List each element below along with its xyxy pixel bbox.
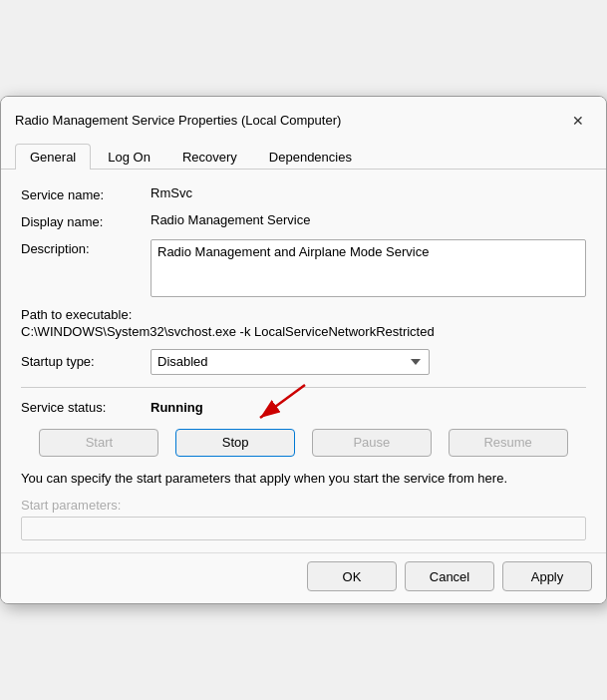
service-status-row: Service status: Running	[21, 400, 586, 415]
startup-label: Startup type:	[21, 354, 151, 369]
stop-button[interactable]: Stop	[175, 429, 295, 457]
display-name-value: Radio Management Service	[151, 212, 310, 227]
display-name-row: Display name: Radio Management Service	[21, 212, 586, 229]
cancel-button[interactable]: Cancel	[405, 561, 494, 591]
resume-button[interactable]: Resume	[449, 429, 568, 457]
close-button[interactable]: ✕	[564, 107, 592, 135]
description-label: Description:	[21, 239, 151, 256]
service-control-buttons: Start Stop Pause Resume	[21, 429, 586, 457]
path-section: Path to executable: C:\WINDOWS\System32\…	[21, 307, 586, 339]
tab-logon[interactable]: Log On	[93, 144, 165, 170]
window-title: Radio Management Service Properties (Loc…	[15, 113, 341, 128]
display-name-label: Display name:	[21, 212, 151, 229]
description-row: Description:	[21, 239, 586, 297]
tabs-bar: General Log On Recovery Dependencies	[1, 135, 606, 170]
startup-row: Startup type: Automatic Automatic (Delay…	[21, 349, 586, 375]
description-textarea[interactable]	[151, 239, 586, 297]
start-button[interactable]: Start	[39, 429, 158, 457]
service-name-label: Service name:	[21, 185, 151, 202]
service-name-row: Service name: RmSvc	[21, 185, 586, 202]
path-label: Path to executable:	[21, 307, 586, 322]
info-text: You can specify the start parameters tha…	[21, 469, 586, 489]
start-params-label: Start parameters:	[21, 498, 586, 513]
tab-recovery[interactable]: Recovery	[167, 144, 252, 170]
dialog-footer: OK Cancel Apply	[1, 552, 606, 603]
service-name-value: RmSvc	[151, 185, 192, 200]
startup-select[interactable]: Automatic Automatic (Delayed Start) Manu…	[151, 349, 430, 375]
svg-line-1	[260, 385, 305, 418]
tab-general[interactable]: General	[15, 144, 91, 170]
title-bar: Radio Management Service Properties (Loc…	[1, 97, 606, 135]
dialog-window: Radio Management Service Properties (Loc…	[0, 96, 607, 605]
path-value: C:\WINDOWS\System32\svchost.exe -k Local…	[21, 324, 586, 339]
divider-1	[21, 387, 586, 388]
service-status-label: Service status:	[21, 400, 151, 415]
tab-content-general: Service name: RmSvc Display name: Radio …	[1, 170, 606, 553]
pause-button[interactable]: Pause	[312, 429, 432, 457]
description-container	[151, 239, 586, 297]
apply-button[interactable]: Apply	[502, 561, 592, 591]
service-status-value: Running	[151, 400, 203, 415]
tab-dependencies[interactable]: Dependencies	[254, 144, 367, 170]
ok-button[interactable]: OK	[307, 561, 397, 591]
start-params-input[interactable]	[21, 517, 586, 540]
